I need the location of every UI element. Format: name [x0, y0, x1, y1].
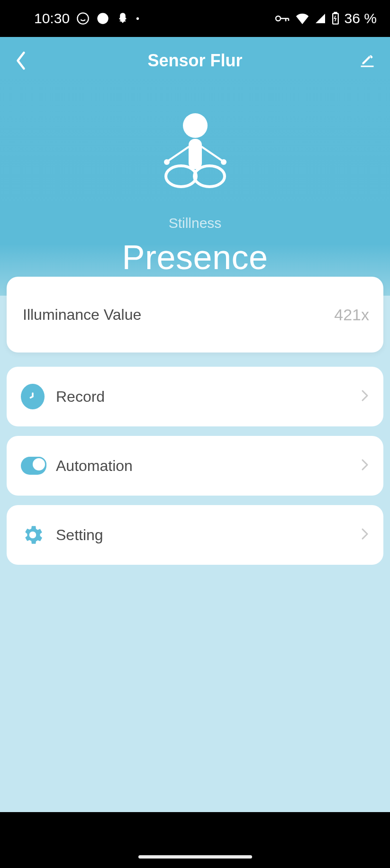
chevron-left-icon [14, 50, 27, 71]
illuminance-value: 421x [334, 306, 369, 324]
svg-point-15 [194, 166, 225, 187]
nav-bar [0, 845, 390, 868]
record-label: Record [56, 388, 361, 406]
svg-point-12 [164, 159, 170, 165]
chat-icon [96, 12, 109, 25]
svg-rect-7 [334, 12, 336, 14]
svg-point-1 [97, 13, 108, 24]
dot-icon: • [136, 13, 139, 24]
gear-icon [21, 523, 45, 547]
svg-rect-9 [189, 139, 202, 169]
back-button[interactable] [7, 46, 35, 75]
presence-icon [0, 109, 390, 194]
clock-icon [21, 385, 45, 408]
illuminance-card: Illuminance Value 421x [7, 277, 383, 353]
page-title: Sensor Flur [147, 51, 242, 71]
app-header: Sensor Flur [0, 37, 390, 84]
wifi-icon [295, 13, 309, 24]
status-left: 10:30 • [34, 10, 139, 27]
nav-handle[interactable] [138, 855, 252, 859]
setting-label: Setting [56, 526, 361, 544]
edit-button[interactable] [353, 46, 381, 75]
signal-icon [314, 13, 327, 24]
status-bar: 10:30 • 36 % [0, 0, 390, 37]
status-time: 10:30 [34, 10, 70, 27]
svg-point-14 [166, 166, 196, 187]
vpn-key-icon [274, 14, 290, 23]
chevron-right-icon [361, 389, 369, 405]
svg-line-10 [168, 147, 189, 161]
chevron-right-icon [361, 458, 369, 474]
battery-percent: 36 % [345, 10, 377, 27]
svg-line-11 [202, 147, 223, 161]
battery-icon [331, 12, 340, 25]
stillness-label: Stillness [0, 215, 390, 231]
hero-section: Stillness Presence [0, 84, 390, 296]
pencil-icon [359, 52, 376, 69]
automation-row[interactable]: Automation [7, 436, 383, 496]
setting-row[interactable]: Setting [7, 505, 383, 565]
svg-point-0 [77, 13, 88, 24]
automation-label: Automation [56, 457, 361, 475]
content-area: Illuminance Value 421x Record Automation [0, 296, 390, 812]
snapchat-icon [116, 12, 129, 25]
whatsapp-icon [76, 12, 90, 25]
svg-point-13 [221, 159, 227, 165]
chevron-right-icon [361, 527, 369, 543]
svg-point-8 [183, 113, 208, 138]
status-right: 36 % [274, 10, 377, 27]
toggle-icon [21, 454, 45, 478]
header-area: Sensor Flur Stillness Presence [0, 37, 390, 296]
svg-point-2 [276, 16, 281, 21]
illuminance-label: Illuminance Value [21, 306, 141, 324]
record-row[interactable]: Record [7, 367, 383, 426]
presence-label: Presence [0, 238, 390, 277]
